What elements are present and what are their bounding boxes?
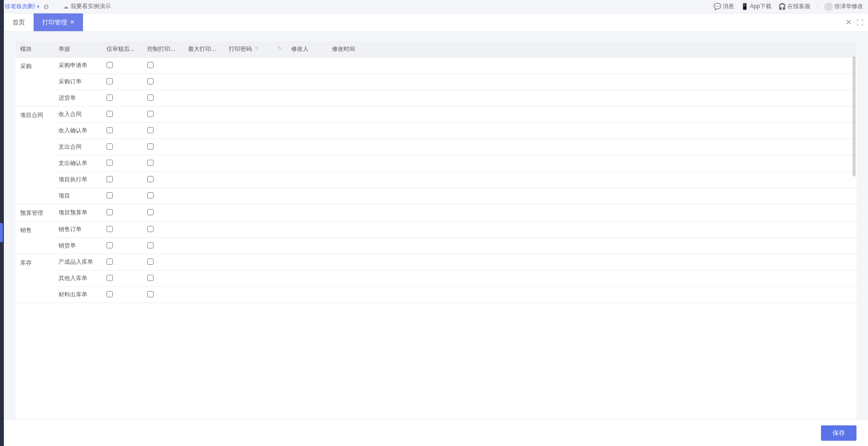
- table-row: 销售销售订单: [15, 222, 856, 238]
- chevron-down-icon: ▾: [37, 4, 39, 9]
- table-row: 采购采购申请单: [15, 58, 856, 74]
- control-print-cell: [143, 287, 183, 303]
- messages-label: 消息: [723, 2, 734, 11]
- gear-icon[interactable]: ⚙: [43, 3, 49, 11]
- document-cell: 产成品入库单: [54, 254, 102, 270]
- max-print-cell: [183, 123, 224, 139]
- audit-only-checkbox[interactable]: [107, 226, 113, 232]
- col-modify-time: 修改时间: [327, 41, 856, 58]
- audit-only-checkbox[interactable]: [107, 62, 113, 68]
- modify-time-cell: [327, 222, 856, 238]
- control-print-checkbox[interactable]: [147, 192, 154, 199]
- max-print-cell: [183, 222, 224, 238]
- org-selector[interactable]: 徐老板勿删! ▾: [5, 2, 39, 11]
- audit-only-cell: [102, 287, 143, 303]
- modify-time-cell: [327, 155, 856, 172]
- fullscreen-icon[interactable]: ⛶: [856, 19, 863, 26]
- save-button[interactable]: 保存: [821, 425, 856, 441]
- audit-only-checkbox[interactable]: [107, 127, 113, 133]
- messages-link[interactable]: 💬 消息: [713, 2, 734, 11]
- control-print-checkbox[interactable]: [147, 78, 154, 84]
- control-print-cell: [143, 139, 183, 155]
- audit-only-checkbox[interactable]: [107, 275, 113, 281]
- document-cell: 项目预算单: [54, 204, 102, 222]
- org-name: 徐老板勿删!: [5, 2, 35, 11]
- control-print-cell: [143, 58, 183, 74]
- control-print-checkbox[interactable]: [147, 127, 154, 133]
- tab-home[interactable]: 首页: [4, 13, 34, 31]
- audit-only-checkbox[interactable]: [107, 258, 113, 265]
- max-print-cell: [183, 204, 224, 222]
- print-settings-table: 模块 单据 仅审核后... 控制打印... 最大打印... 打印密码 ? ✎ 修…: [15, 41, 856, 419]
- audit-only-checkbox[interactable]: [107, 78, 113, 84]
- control-print-checkbox[interactable]: [147, 242, 154, 248]
- print-password-cell: [224, 238, 286, 254]
- col-document: 单据: [54, 41, 102, 58]
- scrollbar-thumb[interactable]: [853, 57, 856, 176]
- username-label: 徐泽华修改: [834, 2, 863, 11]
- control-print-checkbox[interactable]: [147, 111, 154, 117]
- audit-only-checkbox[interactable]: [107, 94, 113, 101]
- audit-only-checkbox[interactable]: [107, 143, 113, 150]
- print-password-cell: [224, 90, 286, 106]
- control-print-checkbox[interactable]: [147, 62, 154, 68]
- footer-bar: 保存: [4, 419, 868, 446]
- control-print-checkbox[interactable]: [147, 94, 154, 101]
- max-print-cell: [183, 188, 224, 204]
- online-service-link[interactable]: 🎧 在线客服: [778, 2, 810, 11]
- control-print-checkbox[interactable]: [147, 209, 154, 215]
- print-password-cell: [224, 204, 286, 222]
- control-print-cell: [143, 254, 183, 270]
- divider: [817, 3, 818, 10]
- modifier-cell: [286, 270, 327, 287]
- modifier-cell: [286, 172, 327, 188]
- close-icon[interactable]: ✕: [70, 19, 74, 25]
- user-menu[interactable]: 徐泽华修改: [824, 2, 863, 11]
- module-cell: 项目合同: [15, 106, 54, 204]
- audit-only-checkbox[interactable]: [107, 176, 113, 182]
- audit-only-cell: [102, 222, 143, 238]
- modify-time-cell: [327, 58, 856, 74]
- left-nav-rail[interactable]: [0, 0, 4, 446]
- audit-only-checkbox[interactable]: [107, 192, 113, 199]
- print-password-cell: [224, 139, 286, 155]
- close-all-tabs-icon[interactable]: ✕: [845, 18, 852, 27]
- control-print-checkbox[interactable]: [147, 291, 154, 297]
- audit-only-checkbox[interactable]: [107, 242, 113, 248]
- table-body: 采购采购申请单采购订单进货单项目合同收入合同收入确认单支出合同支出确认单项目执行…: [15, 58, 856, 303]
- print-password-cell: [224, 74, 286, 90]
- audit-only-cell: [102, 172, 143, 188]
- module-cell: 采购: [15, 58, 54, 106]
- document-cell: 项目: [54, 188, 102, 204]
- table-row: 材料出库单: [15, 287, 856, 303]
- edit-icon[interactable]: ✎: [277, 45, 282, 51]
- modify-time-cell: [327, 188, 856, 204]
- max-print-cell: [183, 254, 224, 270]
- app-download-link[interactable]: 📱 App下载: [741, 2, 772, 11]
- audit-only-cell: [102, 238, 143, 254]
- tab-print-management[interactable]: 打印管理 ✕: [34, 13, 83, 31]
- control-print-checkbox[interactable]: [147, 226, 154, 232]
- control-print-checkbox[interactable]: [147, 160, 154, 166]
- modifier-cell: [286, 139, 327, 155]
- modifier-cell: [286, 90, 327, 106]
- control-print-checkbox[interactable]: [147, 258, 154, 265]
- audit-only-cell: [102, 74, 143, 90]
- audit-only-checkbox[interactable]: [107, 291, 113, 297]
- tab-home-label: 首页: [12, 18, 25, 27]
- control-print-cell: [143, 74, 183, 90]
- audit-only-checkbox[interactable]: [107, 160, 113, 166]
- control-print-checkbox[interactable]: [147, 275, 154, 281]
- modifier-cell: [286, 155, 327, 172]
- demo-link[interactable]: ☁ 我要看实例演示: [63, 2, 111, 11]
- audit-only-checkbox[interactable]: [107, 111, 113, 117]
- print-password-cell: [224, 254, 286, 270]
- audit-only-checkbox[interactable]: [107, 209, 113, 215]
- col-print-password: 打印密码 ? ✎: [224, 41, 286, 58]
- document-cell: 收入确认单: [54, 123, 102, 139]
- control-print-checkbox[interactable]: [147, 143, 154, 150]
- help-icon[interactable]: ?: [255, 46, 258, 52]
- table-row: 销货单: [15, 238, 856, 254]
- audit-only-cell: [102, 254, 143, 270]
- control-print-checkbox[interactable]: [147, 176, 154, 182]
